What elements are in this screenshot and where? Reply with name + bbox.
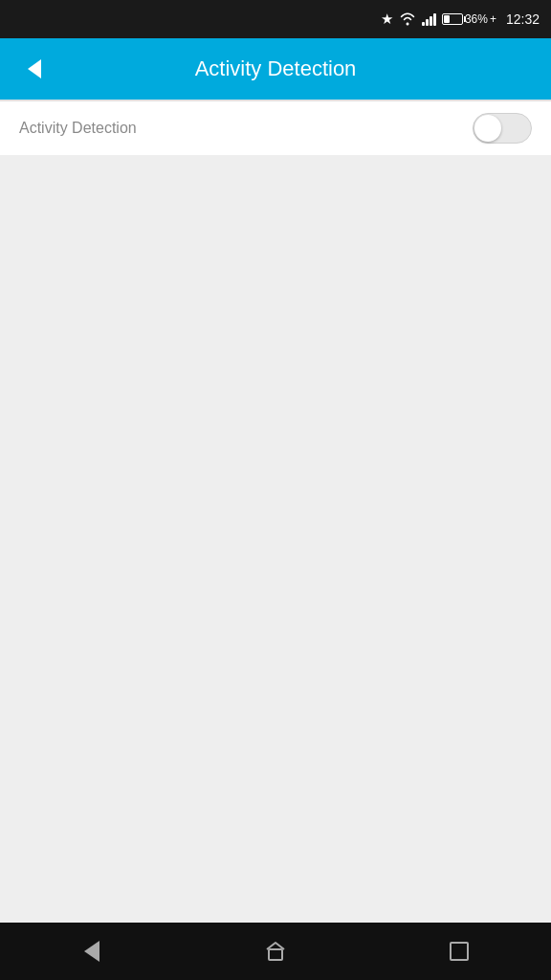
app-bar-title: Activity Detection [54, 56, 497, 81]
nav-bar [0, 923, 551, 980]
back-button[interactable] [15, 50, 54, 88]
nav-recents-icon [450, 942, 469, 961]
content-area: Activity Detection [0, 100, 551, 923]
nav-back-icon [84, 941, 99, 962]
svg-rect-0 [269, 949, 282, 960]
activity-detection-label: Activity Detection [19, 120, 137, 137]
activity-detection-row: Activity Detection [0, 101, 551, 155]
back-chevron-icon [28, 59, 41, 78]
nav-home-button[interactable] [252, 927, 299, 975]
status-time: 12:32 [506, 11, 540, 27]
battery-sign: + [490, 12, 496, 26]
app-bar: Activity Detection [0, 38, 551, 100]
star-icon: ★ [381, 11, 393, 28]
nav-recents-button[interactable] [435, 927, 483, 975]
activity-detection-toggle[interactable] [473, 113, 532, 144]
wifi-icon [399, 12, 416, 26]
battery-percent: 36% [465, 12, 488, 26]
status-bar: ★ 36% + 12:32 [0, 0, 551, 38]
signal-bars-icon [422, 13, 436, 26]
status-icons: ★ 36% + 12:32 [381, 11, 540, 28]
battery-icon: 36% + [442, 12, 496, 26]
empty-space [0, 155, 551, 923]
nav-home-icon [264, 940, 287, 963]
toggle-knob [474, 115, 501, 142]
nav-back-button[interactable] [68, 927, 116, 975]
